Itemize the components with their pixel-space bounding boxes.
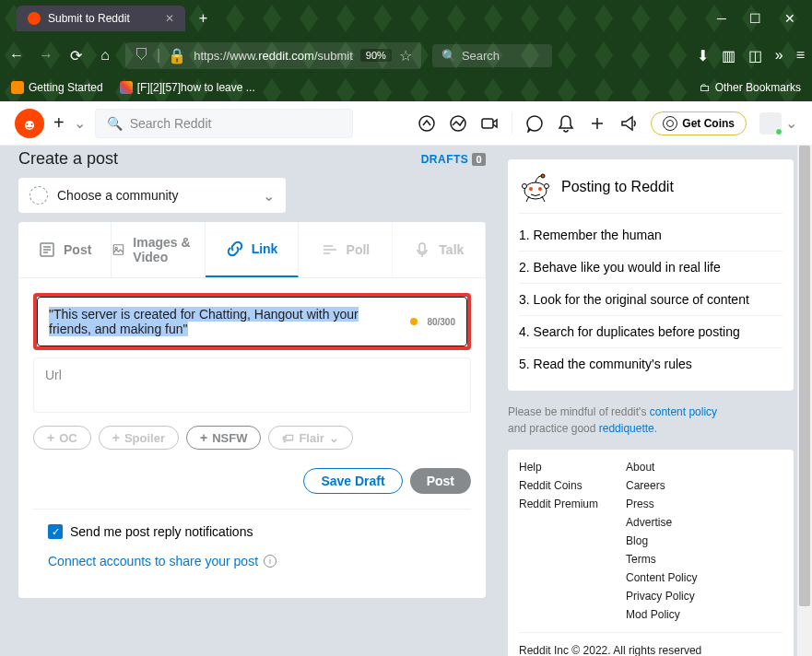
reddiquette-link[interactable]: reddiquette xyxy=(599,422,654,435)
create-icon[interactable]: + xyxy=(53,112,65,134)
zoom-badge[interactable]: 90% xyxy=(360,49,392,62)
browser-titlebar: Submit to Reddit ✕ + ─ ☐ ✕ xyxy=(0,0,812,37)
footer-link[interactable]: Terms xyxy=(626,553,697,566)
title-input[interactable]: "This server is created for Chatting, Ha… xyxy=(37,297,467,346)
content-policy-link[interactable]: content policy xyxy=(650,405,717,418)
svg-point-12 xyxy=(538,187,542,191)
footer-link[interactable]: Careers xyxy=(626,479,697,492)
url-bar[interactable]: ⛉ | 🔒 https://www.reddit.com/submit 90% … xyxy=(125,42,421,69)
download-icon[interactable]: ⬇ xyxy=(697,47,709,64)
browser-search[interactable]: 🔍 Search xyxy=(432,44,552,67)
reddit-favicon-icon xyxy=(28,12,41,25)
notification-toggle[interactable]: ✓ Send me post reply notifications xyxy=(33,510,471,554)
google-icon xyxy=(120,81,133,94)
tab-images[interactable]: Images & Video xyxy=(112,222,205,277)
reddit-search-input[interactable]: 🔍 Search Reddit xyxy=(95,109,353,138)
warning-dot-icon xyxy=(410,318,418,325)
popular-icon[interactable] xyxy=(418,114,436,133)
minimize-icon[interactable]: ─ xyxy=(717,11,726,26)
nsfw-tag-button[interactable]: +NSFW xyxy=(186,426,261,450)
reload-button[interactable]: ⟳ xyxy=(66,47,85,64)
footer-link[interactable]: Reddit Premium xyxy=(519,498,598,510)
advertise-icon[interactable] xyxy=(619,114,638,133)
footer-link[interactable]: Privacy Policy xyxy=(626,590,697,603)
tab-post[interactable]: Post xyxy=(18,222,112,277)
oc-tag-button: +OC xyxy=(33,426,91,450)
dropdown-chevron-icon[interactable]: ⌄ xyxy=(74,114,86,132)
page-content: Create a post DRAFTS 0 Choose a communit… xyxy=(0,146,812,656)
sidebar-icon[interactable]: ◫ xyxy=(748,47,762,64)
bookmark-leave[interactable]: [F][2][57]how to leave ... xyxy=(120,81,255,94)
copyright-text: Reddit Inc © 2022. All rights reserved xyxy=(519,633,783,656)
browser-tab[interactable]: Submit to Reddit ✕ xyxy=(17,6,185,31)
url-input[interactable]: Url xyxy=(33,357,471,413)
post-button: Post xyxy=(410,468,471,494)
community-placeholder-icon xyxy=(29,186,48,205)
svg-point-3 xyxy=(419,116,434,131)
footer-link[interactable]: Content Policy xyxy=(626,571,697,584)
online-indicator-icon xyxy=(775,128,783,135)
home-button[interactable]: ⌂ xyxy=(96,47,114,64)
folder-icon: 🗀 xyxy=(700,81,711,94)
other-bookmarks[interactable]: 🗀 Other Bookmarks xyxy=(700,81,801,94)
svg-point-13 xyxy=(523,184,527,189)
rule-item: 4. Search for duplicates before posting xyxy=(519,316,783,348)
back-button[interactable]: ← xyxy=(7,47,26,64)
tab-title: Submit to Reddit xyxy=(48,12,130,25)
post-form-card: Post Images & Video Link Poll Talk xyxy=(18,222,486,598)
footer-link[interactable]: About xyxy=(626,461,697,474)
connect-accounts-link[interactable]: Connect accounts to share your post i xyxy=(33,554,471,583)
all-icon[interactable] xyxy=(449,114,467,133)
checkbox-checked-icon[interactable]: ✓ xyxy=(48,524,63,539)
search-icon: 🔍 xyxy=(441,49,456,63)
drafts-link[interactable]: DRAFTS 0 xyxy=(421,153,486,166)
chat-icon[interactable] xyxy=(525,114,544,133)
window-controls: ─ ☐ ✕ xyxy=(717,11,805,26)
community-selector[interactable]: Choose a community ⌄ xyxy=(18,178,286,213)
notifications-icon[interactable] xyxy=(557,114,575,133)
coin-icon xyxy=(663,116,677,131)
rule-item: 5. Read the community's rules xyxy=(519,348,783,380)
footer-link[interactable]: Help xyxy=(519,461,598,474)
save-draft-button[interactable]: Save Draft xyxy=(303,468,402,494)
star-icon[interactable]: ☆ xyxy=(399,47,412,64)
new-tab-button[interactable]: + xyxy=(199,10,207,27)
close-tab-icon[interactable]: ✕ xyxy=(165,12,174,25)
svg-point-15 xyxy=(541,174,545,178)
footer-link[interactable]: Mod Policy xyxy=(626,608,697,621)
bookmark-getting-started[interactable]: Getting Started xyxy=(11,81,103,94)
close-window-icon[interactable]: ✕ xyxy=(784,11,795,26)
firefox-icon xyxy=(11,81,24,94)
svg-rect-5 xyxy=(482,119,493,128)
user-menu[interactable]: ⌄ xyxy=(759,112,797,135)
footer-link[interactable]: Advertise xyxy=(626,516,697,529)
overflow-icon[interactable]: » xyxy=(775,47,783,64)
title-highlight-box: "This server is created for Chatting, Ha… xyxy=(33,293,471,350)
scrollbar[interactable] xyxy=(797,146,812,656)
reddit-logo-icon[interactable] xyxy=(15,109,44,138)
footer-card: Help Reddit Coins Reddit Premium About C… xyxy=(508,450,794,656)
tab-talk: Talk xyxy=(393,222,486,277)
shield-icon[interactable]: ⛉ xyxy=(135,47,149,64)
library-icon[interactable]: ▥ xyxy=(722,47,736,64)
page-title: Create a post DRAFTS 0 xyxy=(18,146,486,178)
footer-link[interactable]: Reddit Coins xyxy=(519,479,598,492)
title-text: "This server is created for Chatting, Ha… xyxy=(49,307,401,336)
spoiler-tag-button: +Spoiler xyxy=(99,426,179,450)
get-coins-button[interactable]: Get Coins xyxy=(651,111,747,135)
menu-icon[interactable]: ≡ xyxy=(796,47,805,64)
forward-button[interactable]: → xyxy=(37,47,55,64)
posting-rules-card: Posting to Reddit 1. Remember the human … xyxy=(508,159,794,391)
avatar-icon xyxy=(759,112,782,135)
reddit-header: + ⌄ 🔍 Search Reddit Get Coins ⌄ xyxy=(0,101,812,146)
maximize-icon[interactable]: ☐ xyxy=(749,11,761,26)
tab-link[interactable]: Link xyxy=(206,222,299,277)
live-icon[interactable] xyxy=(480,114,499,133)
create-post-icon[interactable] xyxy=(588,114,606,133)
rule-item: 2. Behave like you would in real life xyxy=(519,252,783,284)
footer-link[interactable]: Blog xyxy=(626,534,697,547)
url-text: https://www.reddit.com/submit xyxy=(194,49,353,63)
footer-link[interactable]: Press xyxy=(626,498,697,510)
scroll-thumb[interactable] xyxy=(799,146,810,606)
bookmarks-bar: Getting Started [F][2][57]how to leave .… xyxy=(0,74,812,101)
